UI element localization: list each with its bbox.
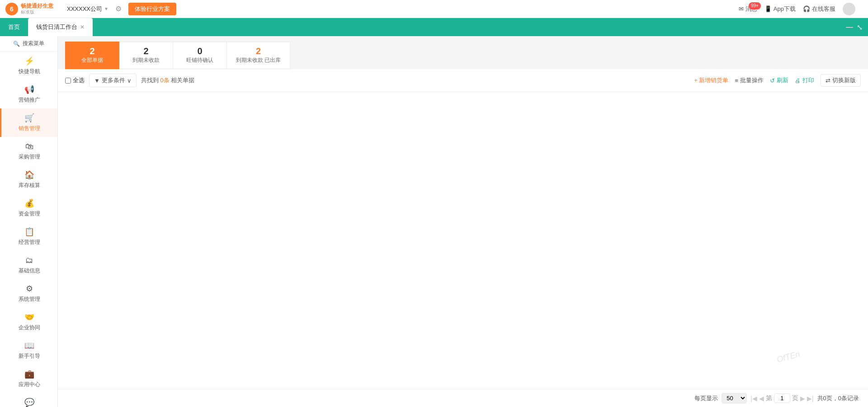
logo-text: 畅捷通好生意 标准版	[21, 3, 53, 14]
add-sale-order-button[interactable]: + 新增销货单	[694, 76, 728, 84]
print-icon: 🖨	[795, 77, 801, 84]
avatar[interactable]	[843, 3, 855, 15]
sidebar-item-enterprise[interactable]: 🤝 企业协同	[0, 308, 57, 336]
sidebar-item-wechat[interactable]: 💬 企业微信	[0, 393, 57, 407]
dropdown-icon: ∨	[127, 77, 132, 84]
stat-tab-overdue-out[interactable]: 2 到期未收款 已出库	[226, 42, 290, 69]
operations-icon: 📋	[24, 227, 34, 237]
page-size-select[interactable]: 50 100 200	[722, 393, 747, 403]
dropdown-arrow-icon: ▼	[104, 6, 108, 11]
content-area: 2 全部单据 2 到期未收款 0 旺铺待确认 2 到期未收款 已出库	[58, 36, 868, 407]
app-center-icon: 💼	[24, 369, 34, 379]
switch-version-button[interactable]: ⇄ 切换新版	[821, 74, 861, 87]
tab-work-bench[interactable]: 钱货日清工作台 ✕	[28, 18, 93, 36]
select-all-input[interactable]	[65, 78, 71, 84]
sidebar-item-operations[interactable]: 📋 经营管理	[0, 222, 57, 251]
wechat-icon: 💬	[24, 398, 34, 407]
quick-nav-icon: ⚡	[24, 56, 34, 66]
tab-bar: 首页 钱货日清工作台 ✕ — ⤡	[0, 18, 868, 36]
sidebar-item-base-info[interactable]: 🗂 基础信息	[0, 251, 57, 279]
logo-area: 6 畅捷通好生意 标准版	[5, 3, 53, 15]
prev-page-icon[interactable]: ◀	[759, 395, 764, 402]
batch-operations-button[interactable]: ≡ 批量操作	[735, 76, 764, 84]
switch-icon: ⇄	[826, 77, 830, 84]
enterprise-icon: 🤝	[24, 312, 34, 322]
pagination: 每页显示 50 100 200 |◀ ◀ 第 页 ▶ ▶| 共0页，0条记录	[58, 389, 868, 407]
base-info-icon: 🗂	[24, 255, 34, 265]
marketing-icon: 📢	[24, 84, 34, 94]
system-icon: ⚙	[24, 284, 34, 294]
message-icon: ✉	[739, 5, 744, 12]
sidebar-item-system[interactable]: ⚙ 系统管理	[0, 279, 57, 308]
sidebar-item-guide[interactable]: 📖 新手引导	[0, 336, 57, 365]
work-area: 2 全部单据 2 到期未收款 0 旺铺待确认 2 到期未收款 已出库	[58, 36, 868, 407]
maximize-icon[interactable]: ⤡	[857, 23, 863, 32]
filter-icon: ▼	[94, 77, 100, 84]
guide-icon: 📖	[24, 341, 34, 351]
header-left: 6 畅捷通好生意 标准版 XXXXXX公司 ▼ ⚙ 体验行业方案	[5, 3, 176, 15]
last-page-icon[interactable]: ▶|	[807, 395, 814, 402]
toolbar: 全选 ▼ 更多条件 ∨ 共找到 0条 相关单据 + 新增销货单	[58, 69, 868, 92]
trial-button[interactable]: 体验行业方案	[128, 3, 176, 15]
close-tab-icon[interactable]: ✕	[80, 24, 85, 30]
tab-bar-right: — ⤡	[846, 23, 868, 32]
finance-icon: 💰	[24, 198, 34, 208]
online-service-button[interactable]: 🎧 在线客服	[803, 5, 835, 13]
sidebar-item-marketing[interactable]: 📢 营销推广	[0, 80, 57, 108]
search-menu-item[interactable]: 🔍 搜索菜单	[0, 36, 57, 51]
table-area	[58, 92, 868, 389]
sidebar-item-app-center[interactable]: 💼 应用中心	[0, 365, 57, 393]
stat-tab-wangpu[interactable]: 0 旺铺待确认	[173, 42, 227, 69]
found-text: 共找到 0条 相关单据	[141, 76, 194, 84]
select-all-checkbox[interactable]: 全选	[65, 76, 85, 84]
top-header: 6 畅捷通好生意 标准版 XXXXXX公司 ▼ ⚙ 体验行业方案 ✉ 消息 99…	[0, 0, 868, 18]
stats-tabs: 2 全部单据 2 到期未收款 0 旺铺待确认 2 到期未收款 已出库	[58, 36, 868, 69]
sidebar-item-sales[interactable]: 🛒 销售管理	[0, 108, 57, 137]
sidebar-item-finance[interactable]: 💰 资金管理	[0, 194, 57, 222]
stat-tab-all[interactable]: 2 全部单据	[65, 42, 119, 69]
headset-icon: 🎧	[803, 5, 810, 12]
total-records: 共0页，0条记录	[817, 394, 859, 402]
message-button[interactable]: ✉ 消息 99+	[739, 5, 757, 13]
toolbar-right: + 新增销货单 ≡ 批量操作 ↺ 刷新 🖨 打印 ⇄	[694, 74, 861, 87]
page-number-input[interactable]	[774, 393, 790, 403]
sidebar: 🔍 搜索菜单 ⚡ 快捷导航 📢 营销推广 🛒 销售管理 🛍 采购管理 🏠 库存核…	[0, 36, 58, 407]
main-layout: 🔍 搜索菜单 ⚡ 快捷导航 📢 营销推广 🛒 销售管理 🛍 采购管理 🏠 库存核…	[0, 36, 868, 407]
filter-button[interactable]: ▼ 更多条件 ∨	[89, 74, 137, 87]
next-page-icon[interactable]: ▶	[800, 395, 805, 402]
search-icon: 🔍	[13, 41, 20, 47]
tab-home[interactable]: 首页	[0, 18, 28, 36]
message-badge: 99+	[749, 2, 761, 9]
phone-icon: 📱	[764, 5, 772, 12]
stat-tab-overdue[interactable]: 2 到期未收款	[119, 42, 173, 69]
print-button[interactable]: 🖨 打印	[795, 76, 814, 84]
sidebar-item-inventory[interactable]: 🏠 库存核算	[0, 165, 57, 194]
sidebar-item-quick-nav[interactable]: ⚡ 快捷导航	[0, 51, 57, 80]
inventory-icon: 🏠	[24, 170, 34, 180]
first-page-icon[interactable]: |◀	[750, 395, 757, 402]
sales-icon: 🛒	[24, 113, 34, 123]
minimize-icon[interactable]: —	[846, 23, 853, 31]
purchase-icon: 🛍	[24, 141, 34, 151]
refresh-button[interactable]: ↺ 刷新	[770, 76, 788, 84]
settings-icon[interactable]: ⚙	[113, 4, 124, 14]
sidebar-item-purchase[interactable]: 🛍 采购管理	[0, 137, 57, 165]
refresh-icon: ↺	[770, 77, 775, 84]
page-nav: |◀ ◀ 第 页 ▶ ▶|	[750, 393, 813, 403]
header-right: ✉ 消息 99+ 📱 App下载 🎧 在线客服	[739, 3, 863, 15]
logo-icon: 6	[5, 3, 18, 15]
company-selector[interactable]: XXXXXX公司 ▼	[67, 5, 108, 13]
batch-icon: ≡	[735, 77, 738, 84]
app-download-button[interactable]: 📱 App下载	[764, 5, 796, 13]
